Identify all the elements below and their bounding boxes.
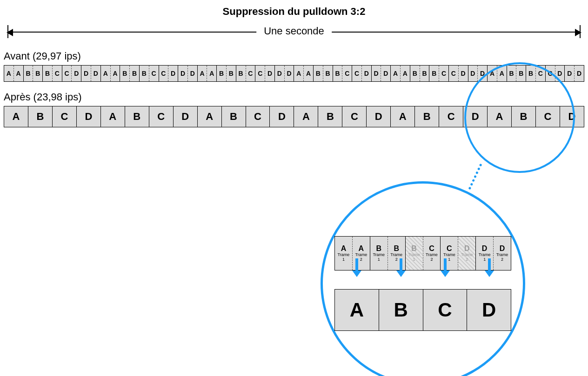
field-cell: B <box>130 66 139 81</box>
video-frame: CD <box>546 66 565 81</box>
field-cell: B <box>24 66 33 81</box>
progressive-frame: C <box>536 106 560 127</box>
progressive-frame: D <box>463 106 488 127</box>
diagram-title: Suppression du pulldown 3:2 <box>4 0 584 18</box>
mag-progressive-frame: C <box>423 290 468 330</box>
field-cell: D <box>381 66 390 81</box>
field-cell: D <box>285 66 294 81</box>
mag-arrows <box>334 258 511 277</box>
progressive-frame: A <box>101 106 125 127</box>
field-cell: D <box>275 66 285 81</box>
field-cell: C <box>449 66 459 81</box>
field-cell: B <box>526 66 536 81</box>
video-frame: DD <box>565 66 584 81</box>
progressive-frame: B <box>125 106 149 127</box>
video-frame: AA <box>4 66 24 81</box>
video-frame: AA <box>294 66 314 81</box>
field-cell: A <box>488 66 497 81</box>
mag-field: DTrame1 <box>476 237 494 270</box>
mag-field-strip: ATrame1ATrame2BTrame1BTrame2BTrame1CTram… <box>334 236 511 270</box>
field-cell: A <box>497 66 507 81</box>
video-frame: DD <box>178 66 198 81</box>
field-cell: B <box>516 66 526 81</box>
video-frame: BB <box>410 66 430 81</box>
field-cell: B <box>323 66 333 81</box>
progressive-frame: B <box>28 106 53 127</box>
mag-field-removed: BTrame1 <box>406 237 423 270</box>
field-cell: B <box>43 66 53 81</box>
field-cell: D <box>91 66 100 81</box>
video-frame: BC <box>526 66 546 81</box>
video-frame: CD <box>255 66 275 81</box>
video-frame: BC <box>43 66 62 81</box>
field-cell: A <box>14 66 23 81</box>
field-cell: B <box>314 66 323 81</box>
video-frame: BB <box>507 66 527 81</box>
field-cell: D <box>188 66 197 81</box>
progressive-frame: C <box>53 106 77 127</box>
field-cell: D <box>575 66 584 81</box>
video-frame: AA <box>198 66 217 81</box>
field-cell: D <box>459 66 468 81</box>
progressive-frame: B <box>222 106 246 127</box>
field-cell: C <box>62 66 72 81</box>
video-frame: CD <box>352 66 372 81</box>
field-cell: C <box>255 66 265 81</box>
progressive-frame: C <box>342 106 367 127</box>
progressive-frame: A <box>198 106 222 127</box>
field-cell: B <box>120 66 130 81</box>
video-frame: BC <box>140 66 159 81</box>
progressive-frame: B <box>415 106 439 127</box>
progressive-frame: A <box>294 106 318 127</box>
mag-progressive-frame: D <box>467 290 511 330</box>
field-cell: B <box>33 66 42 81</box>
mag-field: ATrame2 <box>353 237 370 270</box>
mag-field: CTrame2 <box>423 237 441 270</box>
progressive-frame: D <box>174 106 198 127</box>
field-cell: A <box>111 66 120 81</box>
video-frame: BC <box>236 66 256 81</box>
field-cell: B <box>217 66 227 81</box>
field-cell: C <box>149 66 159 81</box>
mag-field: ATrame1 <box>335 237 353 270</box>
progressive-frame: D <box>560 106 584 127</box>
progressive-frame: B <box>512 106 536 127</box>
video-frame: BB <box>24 66 43 81</box>
mag-field: CTrame1 <box>441 237 458 270</box>
video-frame: BB <box>314 66 333 81</box>
magnifier: ATrame1ATrame2BTrame1BTrame2BTrame1CTram… <box>321 181 525 376</box>
field-cell: D <box>478 66 487 81</box>
field-cell: D <box>178 66 188 81</box>
span-label: Une seconde <box>256 25 332 37</box>
video-frame: DD <box>81 66 101 81</box>
field-cell: A <box>401 66 410 81</box>
field-cell: A <box>391 66 401 81</box>
progressive-frame: A <box>4 106 28 127</box>
mag-frame-strip: ABCD <box>334 289 511 331</box>
field-cell: A <box>101 66 111 81</box>
field-cell: B <box>227 66 236 81</box>
mag-field: BTrame1 <box>370 237 388 270</box>
before-strip: AABBBCCDDDAABBBCCDDDAABBBCCDDDAABBBCCDDD… <box>4 65 584 82</box>
field-cell: D <box>372 66 381 81</box>
video-frame: CD <box>62 66 82 81</box>
mag-field-removed: DTrame2 <box>458 237 475 270</box>
video-frame: DD <box>468 66 488 81</box>
field-cell: C <box>536 66 545 81</box>
field-cell: A <box>4 66 14 81</box>
mag-video-frame: ATrame1ATrame2 <box>335 237 370 270</box>
video-frame: BB <box>217 66 236 81</box>
progressive-frame: D <box>77 106 101 127</box>
mag-progressive-frame: A <box>335 290 379 330</box>
field-cell: D <box>565 66 575 81</box>
field-cell: D <box>168 66 178 81</box>
field-cell: C <box>352 66 362 81</box>
progressive-frame: C <box>246 106 270 127</box>
field-cell: C <box>53 66 62 81</box>
field-cell: C <box>439 66 448 81</box>
video-frame: AA <box>488 66 507 81</box>
mag-video-frame: BTrame1BTrame2 <box>370 237 406 270</box>
video-frame: BC <box>333 66 353 81</box>
field-cell: B <box>410 66 420 81</box>
one-second-span: Une seconde <box>4 22 584 41</box>
